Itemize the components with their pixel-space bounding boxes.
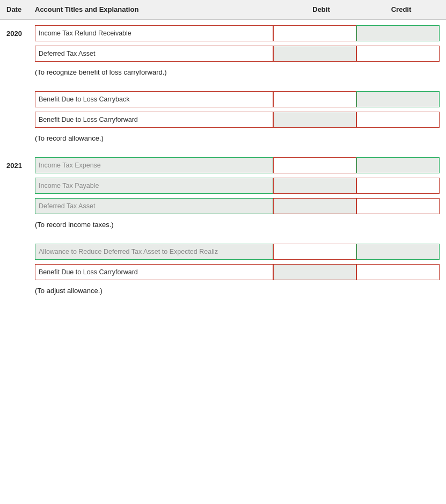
account-input[interactable] [35, 264, 273, 280]
note-row: (To record allowance.) [0, 132, 446, 147]
entry-row [0, 46, 446, 62]
note-text: (To adjust allowance.) [35, 284, 103, 299]
entry-row [0, 264, 446, 280]
date-cell: 2020 [0, 30, 35, 38]
credit-input[interactable] [356, 264, 440, 280]
note-text: (To record allowance.) [35, 132, 104, 147]
debit-input[interactable] [273, 264, 356, 280]
header-account: Account Titles and Explanation [35, 5, 280, 13]
entry-row [0, 112, 446, 128]
note-row: (To adjust allowance.) [0, 284, 446, 299]
credit-input[interactable] [356, 46, 440, 62]
sections-container: 2020(To recognize benefit of loss carryf… [0, 20, 446, 299]
account-input[interactable] [35, 25, 273, 41]
journal-table: Date Account Titles and Explanation Debi… [0, 0, 446, 504]
debit-input[interactable] [273, 46, 356, 62]
credit-input[interactable] [356, 25, 440, 41]
section-1: (To record allowance.) [0, 86, 446, 147]
section-2: 2021(To record income taxes.) [0, 152, 446, 233]
debit-input[interactable] [273, 178, 356, 194]
entry-row [0, 91, 446, 107]
debit-input[interactable] [273, 198, 356, 214]
account-input[interactable] [35, 157, 273, 173]
credit-input[interactable] [356, 157, 440, 173]
note-text: (To record income taxes.) [35, 218, 114, 233]
account-input[interactable] [35, 244, 273, 260]
credit-input[interactable] [356, 91, 440, 107]
debit-input[interactable] [273, 112, 356, 128]
header-credit: Credit [363, 5, 446, 13]
header-debit: Debit [280, 5, 363, 13]
credit-input[interactable] [356, 178, 440, 194]
account-input[interactable] [35, 112, 273, 128]
date-cell: 2021 [0, 162, 35, 170]
account-input[interactable] [35, 198, 273, 214]
account-input[interactable] [35, 178, 273, 194]
entry-row [0, 198, 446, 214]
entry-row [0, 178, 446, 194]
section-3: (To adjust allowance.) [0, 238, 446, 299]
account-input[interactable] [35, 91, 273, 107]
debit-input[interactable] [273, 25, 356, 41]
note-row: (To recognize benefit of loss carryforwa… [0, 66, 446, 81]
debit-input[interactable] [273, 91, 356, 107]
credit-input[interactable] [356, 244, 440, 260]
entry-row [0, 244, 446, 260]
debit-input[interactable] [273, 244, 356, 260]
credit-input[interactable] [356, 198, 440, 214]
table-header: Date Account Titles and Explanation Debi… [0, 0, 446, 20]
account-input[interactable] [35, 46, 273, 62]
entry-row: 2020 [0, 25, 446, 41]
note-text: (To recognize benefit of loss carryforwa… [35, 66, 167, 81]
entry-row: 2021 [0, 157, 446, 173]
note-row: (To record income taxes.) [0, 218, 446, 233]
debit-input[interactable] [273, 157, 356, 173]
section-0: 2020(To recognize benefit of loss carryf… [0, 20, 446, 81]
credit-input[interactable] [356, 112, 440, 128]
header-date: Date [0, 5, 35, 13]
